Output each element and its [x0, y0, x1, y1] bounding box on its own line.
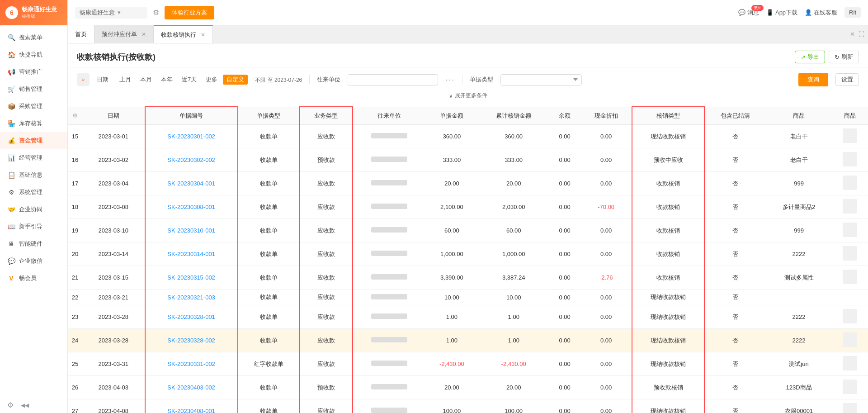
doc-no-link[interactable]: SK-20230321-003	[167, 294, 215, 301]
doc-no-link[interactable]: SK-20230314-001	[167, 251, 215, 257]
workspace-selector[interactable]: 畅康通好生意 ▾	[75, 7, 147, 19]
tab-prepay-close[interactable]: ✕	[142, 31, 146, 38]
date-btn-this-year[interactable]: 本年	[157, 75, 176, 85]
collapse-icon[interactable]: ◀◀	[21, 402, 29, 408]
td-include-settled: 否	[704, 195, 766, 219]
td-goods-thumb	[832, 219, 868, 242]
sidebar-item-system[interactable]: ⚙ 系统管理	[0, 184, 67, 201]
td-balance: 0.00	[549, 266, 580, 290]
td-goods-thumb	[832, 195, 868, 219]
doc-no-link[interactable]: SK-20230308-001	[167, 204, 215, 210]
expand-more-row[interactable]: ∨ 展开更多条件	[77, 91, 859, 100]
user-profile[interactable]: Rit	[844, 7, 861, 18]
app-download-btn[interactable]: 📱 App下载	[766, 9, 797, 17]
sidebar-item-basic[interactable]: 📋 基础信息	[0, 166, 67, 184]
td-doc-type: 收款单	[238, 172, 300, 195]
message-btn[interactable]: 💬 消息 99+	[738, 9, 759, 17]
filter-expand-btn[interactable]: »	[77, 73, 90, 86]
sidebar-item-hardware[interactable]: 🖥 智能硬件	[0, 235, 67, 252]
tabbar-spacer	[213, 25, 846, 43]
td-include-settled: 否	[704, 219, 766, 242]
td-balance: 0.00	[549, 195, 580, 219]
sidebar-item-corp[interactable]: 🤝 企业协同	[0, 201, 67, 218]
td-include-settled: 否	[704, 266, 766, 290]
date-btn-more[interactable]: 更多	[202, 75, 221, 85]
filter-divider-2	[462, 75, 462, 84]
sidebar-item-label: 销售管理	[19, 85, 42, 93]
close-all-icon[interactable]: ✕	[850, 31, 855, 38]
th-settings[interactable]: ⚙	[68, 107, 82, 125]
date-btn-this-month[interactable]: 本月	[137, 75, 156, 85]
sidebar-item-inventory[interactable]: 🏪 库存核算	[0, 115, 67, 132]
td-no: 25	[68, 352, 82, 376]
sidebar-item-search[interactable]: 🔍 搜索菜单	[0, 29, 67, 46]
settings-icon[interactable]: ⚙	[7, 401, 14, 409]
td-goods-thumb	[832, 399, 868, 413]
service-btn[interactable]: 👤 在线客服	[805, 9, 837, 17]
refresh-btn[interactable]: ↻ 刷新	[829, 51, 859, 63]
maximize-icon[interactable]: ⛶	[859, 31, 864, 38]
tab-receipt-label: 收款核销执行	[161, 31, 196, 39]
query-btn[interactable]: 查询	[798, 73, 828, 86]
doc-no-link[interactable]: SK-20230403-002	[167, 384, 215, 391]
doc-no-link[interactable]: SK-20230328-001	[167, 313, 215, 320]
td-accum-verify: 360.00	[478, 125, 549, 148]
doc-no-link[interactable]: SK-20230301-002	[167, 133, 215, 140]
goods-thumbnail	[843, 152, 857, 166]
tab-prepay[interactable]: 预付冲应付单 ✕	[94, 25, 154, 43]
td-date: 2023-03-31	[82, 352, 145, 376]
page-header-actions: ↗ 导出 ↻ 刷新	[795, 51, 859, 63]
td-goods-thumb	[832, 148, 868, 172]
td-goods: 123D商品	[766, 376, 832, 399]
date-btn-7days[interactable]: 近7天	[178, 75, 200, 85]
sidebar-item-purchase[interactable]: 📦 采购管理	[0, 98, 67, 115]
td-doc-amount: 100.00	[425, 399, 479, 413]
doc-no-link[interactable]: SK-20230315-002	[167, 274, 215, 281]
doc-type-select[interactable]	[500, 74, 582, 85]
tab-receipt-close[interactable]: ✕	[201, 32, 205, 38]
sidebar-item-sales[interactable]: 🛒 销售管理	[0, 81, 67, 98]
doc-no-link[interactable]: SK-20230408-001	[167, 408, 215, 413]
basic-icon: 📋	[7, 171, 15, 179]
date-btn-last-month[interactable]: 上月	[116, 75, 135, 85]
sidebar-item-member[interactable]: V 畅会员	[0, 270, 67, 287]
filter-row-1: » 日期 上月 本月 本年 近7天 更多 自定义 不限 至 2023-07-26	[77, 73, 859, 86]
td-verify-type: 现结收款核销	[632, 290, 704, 305]
td-goods: 测试多属性	[766, 266, 832, 290]
table-row: 18 2023-03-08 SK-20230308-001 收款单 应收款 2,…	[68, 195, 868, 219]
sidebar-item-nav[interactable]: 🏠 快捷导航	[0, 46, 67, 63]
table-settings-icon[interactable]: ⚙	[72, 112, 78, 119]
sidebar-item-finance[interactable]: 💰 资金管理	[0, 132, 67, 149]
sidebar-item-guide[interactable]: 📖 新手引导	[0, 218, 67, 235]
th-verify-type: 核销类型	[632, 107, 704, 125]
sidebar-item-operation[interactable]: 📊 经营管理	[0, 149, 67, 166]
solution-btn[interactable]: 体验行业方案	[165, 6, 214, 19]
doc-no-link[interactable]: SK-20230310-001	[167, 227, 215, 234]
tab-receipt[interactable]: 收款核销执行 ✕	[154, 25, 213, 43]
td-verify-type: 收款核销	[632, 195, 704, 219]
counterpart-input[interactable]	[348, 74, 438, 85]
td-balance: 0.00	[549, 329, 580, 352]
doc-no-link[interactable]: SK-20230304-001	[167, 180, 215, 187]
td-no: 27	[68, 399, 82, 413]
doc-no-link[interactable]: SK-20230331-002	[167, 361, 215, 367]
tab-home[interactable]: 首页	[68, 25, 94, 43]
td-no: 16	[68, 148, 82, 172]
date-btn-custom[interactable]: 自定义	[223, 75, 248, 85]
sidebar-item-label: 企业微信	[19, 257, 42, 265]
sidebar-item-marketing[interactable]: 📢 营销推广	[0, 63, 67, 81]
td-doc-amount: 1.00	[425, 329, 479, 352]
doc-no-link[interactable]: SK-20230328-002	[167, 337, 215, 344]
export-btn[interactable]: ↗ 导出	[795, 51, 825, 63]
sidebar-item-wechat[interactable]: 💬 企业微信	[0, 252, 67, 270]
doc-no-link[interactable]: SK-20230302-002	[167, 157, 215, 163]
gear-icon[interactable]: ⚙	[153, 8, 159, 17]
settings-btn[interactable]: 设置	[835, 73, 859, 86]
td-biz-type: 预收款	[300, 148, 352, 172]
td-balance: 0.00	[549, 148, 580, 172]
td-doc-no: SK-20230301-002	[145, 125, 238, 148]
td-date: 2023-03-08	[82, 195, 145, 219]
td-cash-discount: 0.00	[580, 172, 632, 195]
td-accum-verify: 1.00	[478, 305, 549, 329]
sidebar-item-label: 资金管理	[19, 137, 42, 145]
